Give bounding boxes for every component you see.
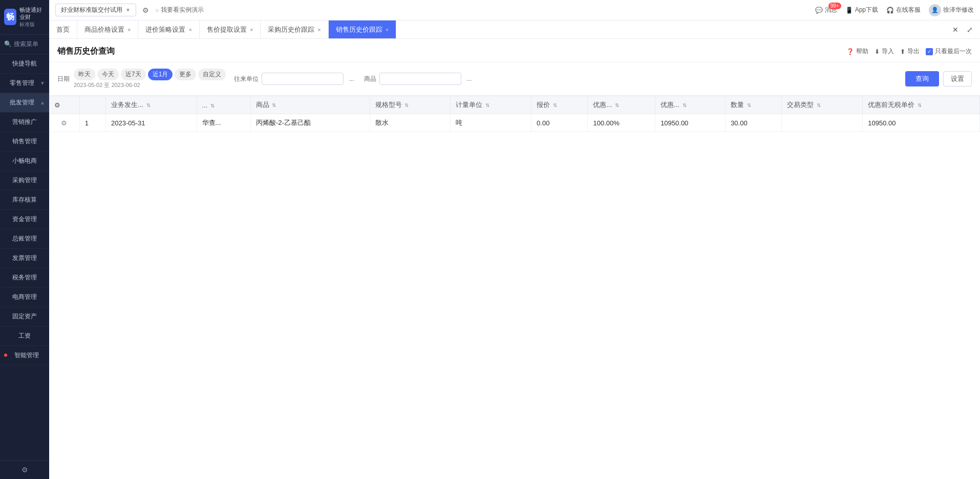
row-discount2: 10950.00	[655, 114, 726, 132]
sidebar-item-payroll[interactable]: 工资	[0, 326, 49, 346]
message-badge: 99+	[828, 3, 841, 9]
sidebar-item-sales-mgmt[interactable]: 销售管理	[0, 132, 49, 151]
tab-home[interactable]: 首页	[49, 20, 77, 39]
col-trans-type[interactable]: 交易类型 ⇅	[782, 96, 863, 114]
col-discount2[interactable]: 优惠... ⇅	[655, 96, 726, 114]
tab-close-sales-history[interactable]: ×	[386, 27, 389, 33]
sidebar-item-inventory[interactable]: 库存核算	[0, 190, 49, 210]
from-company-ellipsis[interactable]: ...	[347, 73, 356, 84]
export-button[interactable]: ⬆ 导出	[900, 47, 920, 56]
last-only-checkbox-label[interactable]: 只看最后一次	[926, 47, 972, 56]
sidebar-item-ecom-mgmt[interactable]: 电商管理	[0, 288, 49, 307]
help-button[interactable]: ❓ 帮助	[846, 47, 868, 56]
logo-text: 畅捷通好业财	[19, 6, 45, 21]
tab-close-price-settings[interactable]: ×	[127, 27, 131, 33]
import-icon: ⬇	[875, 48, 880, 55]
tab-price-extract[interactable]: 售价提取设置 ×	[200, 20, 261, 39]
user-profile[interactable]: 👤 徐泽华修改	[929, 4, 974, 16]
filter-settings-button[interactable]: 设置	[943, 71, 972, 86]
sort-icon-pretax-price: ⇅	[918, 102, 922, 108]
date-btn-more[interactable]: 更多	[175, 69, 196, 80]
tab-close-purchase-history[interactable]: ×	[317, 27, 321, 33]
col-product[interactable]: 商品 ⇅	[250, 96, 370, 114]
row-seq: 1	[79, 114, 105, 132]
col-spec[interactable]: 规格型号 ⇅	[370, 96, 451, 114]
date-btn-yesterday[interactable]: 昨天	[74, 69, 95, 80]
main-content: 好业财标准版交付试用 ▼ ⚙ ○ 我要看实例演示 💬 消息 99+ 📱 App下…	[49, 0, 980, 479]
sidebar-item-finance[interactable]: 资金管理	[0, 210, 49, 229]
topbar-settings-icon[interactable]: ⚙	[142, 6, 149, 14]
sidebar-item-smart-mgmt[interactable]: 智能管理	[0, 346, 49, 365]
sidebar-item-invoice-mgmt[interactable]: 发票管理	[0, 249, 49, 268]
gear-icon: ⚙	[22, 466, 28, 474]
table-body: ⚙ 1 2023-05-31 华查... 丙烯酸-2-乙基己酯 散水 吨 0.0…	[49, 114, 980, 132]
tab-sales-history[interactable]: 销售历史价跟踪 ×	[329, 20, 396, 39]
col-biz-date[interactable]: 业务发生... ⇅	[106, 96, 197, 114]
export-icon: ⬆	[900, 48, 905, 55]
page-header: 销售历史价查询 ❓ 帮助 ⬇ 导入 ⬆ 导出 只看最后一次	[49, 39, 980, 62]
version-dropdown-icon: ▼	[125, 7, 131, 13]
sidebar-item-general-ledger[interactable]: 总账管理	[0, 229, 49, 249]
sort-icon-col3: ⇅	[210, 103, 215, 108]
version-selector[interactable]: 好业财标准版交付试用 ▼	[55, 4, 136, 16]
tab-close-price-strategy[interactable]: ×	[188, 27, 191, 33]
col-qty[interactable]: 数量 ⇅	[726, 96, 782, 114]
date-btn-last1m[interactable]: 近1月	[148, 69, 173, 80]
tab-price-settings[interactable]: 商品价格设置 ×	[77, 20, 138, 39]
date-shortcuts: 昨天 今天 近7天 近1月 更多 自定义	[74, 69, 226, 80]
import-button[interactable]: ⬇ 导入	[875, 47, 894, 56]
demo-icon: ○	[155, 7, 159, 14]
product-ellipsis[interactable]: ...	[464, 73, 474, 84]
table-row: ⚙ 1 2023-05-31 华查... 丙烯酸-2-乙基己酯 散水 吨 0.0…	[49, 114, 980, 132]
row-price: 0.00	[531, 114, 588, 132]
sidebar-item-marketing[interactable]: 营销推广	[0, 113, 49, 132]
tab-price-strategy[interactable]: 进价策略设置 ×	[138, 20, 199, 39]
row-biz-date: 2023-05-31	[106, 114, 197, 132]
demo-link[interactable]: ○ 我要看实例演示	[155, 6, 204, 14]
date-btn-custom[interactable]: 自定义	[198, 69, 226, 80]
from-company-input[interactable]	[262, 73, 344, 85]
sort-icon-qty: ⇅	[747, 102, 751, 108]
tab-expand-button[interactable]: ⤢	[964, 24, 976, 36]
date-btn-last7[interactable]: 近7天	[121, 69, 146, 80]
sidebar-item-xiaochang-ecom[interactable]: 小畅电商	[0, 151, 49, 171]
tab-close-price-extract[interactable]: ×	[250, 27, 253, 33]
tab-close-button[interactable]: ✕	[949, 24, 962, 36]
row-gear[interactable]: ⚙	[49, 114, 79, 132]
sidebar-settings-button[interactable]: ⚙	[0, 460, 49, 479]
from-company-label: 往来单位	[234, 75, 259, 83]
col-gear[interactable]: ⚙	[49, 96, 79, 114]
sidebar-item-purchase-mgmt[interactable]: 采购管理	[0, 171, 49, 190]
col-col3[interactable]: ... ⇅	[197, 96, 250, 114]
date-btn-today[interactable]: 今天	[97, 69, 119, 80]
sort-icon-product: ⇅	[272, 102, 276, 108]
filter-bar: 日期 昨天 今天 近7天 近1月 更多 自定义 2023-05-02 至 202…	[49, 62, 980, 96]
sidebar-item-wholesale-mgmt[interactable]: 批发管理 ▲	[0, 93, 49, 113]
page-title: 销售历史价查询	[57, 46, 115, 57]
row-product: 丙烯酸-2-乙基己酯	[250, 114, 370, 132]
col-discount1[interactable]: 优惠... ⇅	[588, 96, 655, 114]
col-price[interactable]: 报价 ⇅	[531, 96, 588, 114]
sidebar-search[interactable]: 🔍 搜索菜单	[0, 35, 49, 54]
sidebar-item-quick-nav[interactable]: 快捷导航	[0, 54, 49, 74]
tabbar: 首页 商品价格设置 × 进价策略设置 × 售价提取设置 × 采购历史价跟踪 × …	[49, 20, 980, 39]
sidebar-item-tax-mgmt[interactable]: 税务管理	[0, 268, 49, 288]
from-company-filter: 往来单位 ...	[234, 73, 356, 85]
sort-icon-unit: ⇅	[485, 102, 489, 108]
tab-purchase-history[interactable]: 采购历史价跟踪 ×	[261, 20, 328, 39]
col-unit[interactable]: 计量单位 ⇅	[451, 96, 531, 114]
row-pretax-price: 10950.00	[863, 114, 980, 132]
sidebar-item-retail-mgmt[interactable]: 零售管理 ▼	[0, 74, 49, 93]
date-label: 日期	[57, 75, 70, 83]
sidebar-logo: 畅 畅捷通好业财 标准版	[0, 0, 49, 35]
query-button[interactable]: 查询	[905, 71, 939, 86]
message-button[interactable]: 💬 消息 99+	[815, 6, 837, 14]
sort-icon-price: ⇅	[553, 102, 557, 108]
sidebar-item-fixed-assets[interactable]: 固定资产	[0, 307, 49, 326]
notification-dot	[4, 354, 7, 357]
app-download-button[interactable]: 📱 App下载	[845, 6, 878, 14]
product-input[interactable]	[379, 73, 461, 85]
online-service-button[interactable]: 🎧 在线客服	[886, 6, 921, 14]
last-only-checkbox[interactable]	[926, 48, 933, 55]
col-pretax-price[interactable]: 优惠前无税单价 ⇅	[863, 96, 980, 114]
